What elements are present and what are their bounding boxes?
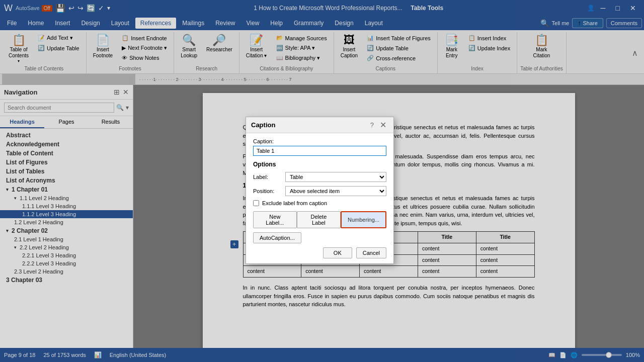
position-select[interactable]: Above selected item Below selected item [285, 186, 386, 196]
nav-item-acronyms[interactable]: List of Acronyms [0, 176, 133, 185]
cancel-button[interactable]: Cancel [356, 247, 386, 258]
nav-item-toc[interactable]: Table of Content [0, 149, 133, 158]
nav-item-level3-222[interactable]: 2.2.2 Level 3 Heading [0, 259, 133, 267]
insert-index-button[interactable]: 📋 Insert Index [465, 33, 514, 43]
new-label-button[interactable]: New Label... [253, 211, 297, 228]
nav-item-abstract[interactable]: Abstract [0, 131, 133, 140]
menu-home[interactable]: Home [23, 18, 49, 29]
nav-item-level2-23[interactable]: 2.3 Level 2 Heading [0, 267, 133, 276]
view-read-icon[interactable]: 📖 [548, 352, 555, 358]
nav-item-chapter01[interactable]: ▾ 1 Chapter 01 [0, 185, 133, 194]
position-label: Position: [253, 188, 281, 194]
search-input[interactable] [4, 103, 114, 113]
view-web-icon[interactable]: 🌐 [571, 352, 578, 358]
show-notes-button[interactable]: 👁 Show Notes [118, 53, 171, 62]
update-index-button[interactable]: 🔄 Update Index [465, 43, 514, 53]
nav-item-tables[interactable]: List of Tables [0, 167, 133, 176]
insert-citation-button[interactable]: 📝 InsertCitation ▾ [243, 33, 271, 60]
redo-icon[interactable]: ↪ [77, 4, 84, 12]
nav-item-level2-2[interactable]: 1.2 Level 2 Heading [0, 218, 133, 226]
nav-item-figures[interactable]: List of Figures [0, 158, 133, 167]
update-table-captions-button[interactable]: 🔄 Update Table [363, 43, 434, 53]
menu-file[interactable]: File [2, 18, 22, 29]
manage-sources-button[interactable]: 📂 Manage Sources [273, 33, 331, 43]
menu-design2[interactable]: Design [330, 18, 358, 29]
view-print-icon[interactable]: 📄 [559, 352, 567, 358]
dialog-help-button[interactable]: ? [370, 121, 374, 129]
proofing-icon[interactable]: 📊 [94, 351, 102, 358]
table-of-contents-button[interactable]: 📋 Table ofContents ▾ [5, 33, 32, 65]
delete-label-button[interactable]: Delete Label [297, 211, 341, 228]
caption-input[interactable] [253, 146, 386, 156]
insert-footnote-button[interactable]: 📄 InsertFootnote [90, 33, 116, 60]
next-footnote-button[interactable]: ▶ Next Footnote ▾ [118, 43, 171, 53]
nav-close-icon[interactable]: ✕ [123, 88, 129, 96]
page-info[interactable]: Page 9 of 18 [4, 352, 35, 358]
nav-item-level1-heading[interactable]: 2.1 Level 1 Heading [0, 235, 133, 243]
update-table-captions-icon: 🔄 [367, 45, 374, 51]
ok-button[interactable]: OK [323, 247, 352, 258]
nav-item-acknowledgement[interactable]: Acknowledgement [0, 140, 133, 149]
mark-citation-button[interactable]: 📋 MarkCitation [530, 33, 554, 60]
autocaption-button[interactable]: AutoCaption... [253, 232, 301, 243]
language[interactable]: English (United States) [110, 352, 167, 358]
comments-button[interactable]: Comments [611, 20, 637, 26]
menu-grammarly[interactable]: Grammarly [289, 18, 329, 29]
nav-item-chapter02[interactable]: ▾ 2 Chapter 02 [0, 226, 133, 235]
nav-expand-icon[interactable]: ⊞ [114, 88, 120, 96]
numbering-button[interactable]: Numbering... [341, 211, 386, 228]
menu-mailings[interactable]: Mailings [177, 18, 209, 29]
search-icon[interactable]: 🔍 [540, 19, 549, 27]
tab-pages[interactable]: Pages [44, 116, 89, 128]
researcher-button[interactable]: 🔎 Researcher [203, 33, 236, 54]
insert-caption-button[interactable]: 🖼 InsertCaption [337, 33, 361, 60]
bibliography-button[interactable]: 📖 Bibliography ▾ [273, 53, 331, 63]
insert-table-of-figures-button[interactable]: 📊 Insert Table of Figures [363, 33, 434, 43]
search-btn[interactable]: 🔍 [116, 104, 124, 111]
menu-insert[interactable]: Insert [50, 18, 75, 29]
nav-item-level3-2[interactable]: 1.1.2 Level 3 Heading [0, 210, 133, 218]
menu-references[interactable]: References [135, 18, 176, 29]
autosave-toggle[interactable]: Off [42, 5, 52, 12]
menu-design[interactable]: Design [76, 18, 105, 29]
menu-view[interactable]: View [242, 18, 265, 29]
dialog-close-button[interactable]: ✕ [378, 120, 388, 130]
word-count[interactable]: 25 of 1753 words [43, 352, 86, 358]
add-text-button[interactable]: 📝 Add Text ▾ [34, 33, 83, 43]
menu-layout2[interactable]: Layout [360, 18, 388, 29]
status-right: 📖 📄 🌐 100% [548, 352, 640, 358]
minimize-button[interactable]: ─ [597, 3, 610, 13]
tab-results[interactable]: Results [89, 116, 133, 128]
update-table-button[interactable]: 🔄 Update Table [34, 43, 83, 53]
label-select[interactable]: Table Figure Equation [285, 172, 386, 182]
tab-headings[interactable]: Headings [0, 116, 44, 128]
tell-me-text[interactable]: Tell me [552, 20, 570, 26]
menu-bar: File Home Insert Design Layout Reference… [0, 16, 644, 30]
add-row-button[interactable]: + [230, 240, 238, 248]
nav-item-level2-1[interactable]: ▾ 1.1 Level 2 Heading [0, 194, 133, 202]
cross-reference-button[interactable]: 🔗 Cross-reference [363, 53, 434, 63]
smart-lookup-button[interactable]: 🔍 SmartLookup [177, 33, 201, 60]
zoom-slider[interactable] [582, 354, 622, 356]
nav-item-chapter03[interactable]: 3 Chapter 03 [0, 276, 133, 285]
nav-item-level3-1[interactable]: 1.1.1 Level 3 Heading [0, 202, 133, 210]
menu-review[interactable]: Review [210, 18, 240, 29]
style-button[interactable]: 🔤 Style: APA ▾ [273, 43, 331, 53]
restore-button[interactable]: □ [612, 3, 624, 13]
nav-item-level2-heading-2[interactable]: ▾ 2.2 Level 2 Heading [0, 243, 133, 251]
exclude-checkbox[interactable] [253, 200, 259, 206]
table-figures-icon: 📊 [367, 35, 374, 41]
mark-entry-button[interactable]: 📑 MarkEntry [441, 33, 463, 60]
save-icon[interactable]: 💾 [55, 4, 65, 13]
search-options-icon[interactable]: ▾ [126, 104, 129, 111]
collapse-ribbon-icon[interactable]: ∧ [632, 48, 638, 58]
share-button[interactable]: Share [583, 20, 597, 26]
close-button[interactable]: ✕ [626, 3, 640, 13]
nav-item-level3-221[interactable]: 2.2.1 Level 3 Heading [0, 251, 133, 259]
menu-help[interactable]: Help [265, 18, 288, 29]
menu-layout[interactable]: Layout [106, 18, 134, 29]
zoom-level[interactable]: 100% [626, 352, 640, 358]
autosave-indicator[interactable]: AutoSave Off [16, 5, 52, 12]
undo-icon[interactable]: ↩ [68, 4, 74, 12]
insert-endnote-button[interactable]: 📋 Insert Endnote [118, 33, 171, 43]
